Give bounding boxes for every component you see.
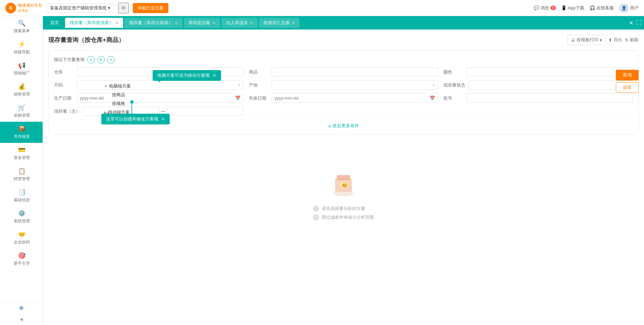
expiry-date-text[interactable] — [275, 96, 429, 101]
sidebar-item-search-menu[interactable]: 🔍 搜索菜单 — [0, 16, 43, 37]
tab-bar-actions: ✕ ⛶ — [629, 20, 641, 26]
settings-bottom-icon: ⚙️ — [19, 306, 24, 310]
scheme-tooltip-2-close[interactable]: ✕ — [161, 116, 165, 122]
tab-close-1[interactable]: ✕ — [115, 21, 118, 25]
filter-back-btn[interactable]: « — [107, 56, 115, 63]
settings-btn[interactable]: ⚙ — [118, 3, 129, 13]
template-print-btn[interactable]: 🖨 按模板打印 ▾ — [567, 35, 606, 45]
sidebar-item-finance[interactable]: 💳 资金管理 — [0, 143, 43, 164]
calendar-icon-2: 📅 — [430, 96, 435, 101]
collapse-btn-inner[interactable]: ∧ 收起更多条件 — [328, 123, 359, 129]
online-service-btn[interactable]: 🎧 在线客服 — [590, 5, 614, 11]
empty-step-2: 2 用过滤条件来缩小分析范围 — [313, 214, 374, 220]
tree-child-1: 按商品 — [101, 91, 155, 99]
step-num-2: 2 — [313, 214, 319, 220]
batch-label: 批号 — [443, 95, 464, 101]
color-label: 颜色 — [443, 69, 464, 75]
tab-close-2[interactable]: ✕ — [175, 21, 178, 25]
page-header: 现存量查询（按仓库+商品） 🖨 按模板打印 ▾ ⬆ 导出 ↻ — [48, 35, 639, 45]
tab-batch-account[interactable]: 库存批次账 ✕ — [184, 18, 220, 28]
filter-add-btn[interactable]: + — [87, 56, 95, 63]
template-dropdown-icon: ▾ — [600, 38, 602, 43]
sidebar-item-enterprise[interactable]: 🤝 企业协同 — [0, 227, 43, 249]
tree-arrow-desktop: ▼ — [104, 84, 108, 88]
search-icon: 🔍 — [18, 19, 25, 27]
sidebar-item-basic-info[interactable]: 📑 基础信息 — [0, 185, 43, 206]
scheme-tooltip-1-close[interactable]: ✕ — [212, 73, 216, 78]
stock-qty-max[interactable] — [167, 107, 244, 116]
stock-status-select[interactable]: ▾ — [468, 80, 633, 90]
sidebar-label-search-menu: 搜索菜单 — [14, 28, 30, 34]
user-area[interactable]: 👤 用户 — [619, 3, 639, 13]
sidebar-item-purchase[interactable]: 🛒 采购管理 — [0, 101, 43, 122]
tab-label-2: 现存量（库存分布表） — [129, 20, 173, 26]
scheme-tooltip-1-container: 电脑方案可设为移动方案哦 ✕ — [153, 70, 221, 84]
tree-item-by-goods[interactable]: 按商品 — [109, 91, 155, 99]
tab-fullscreen-btn[interactable]: ⛶ — [636, 20, 641, 26]
logo-text: 畅捷通好生意 标准版 — [18, 3, 42, 13]
tab-inout-flow[interactable]: 出入库流水 ✕ — [221, 18, 258, 28]
industry-btn[interactable]: 体验行业方案 — [133, 3, 168, 13]
warehouse-label: 仓库 — [54, 69, 74, 75]
template-print-label: 按模板打印 — [577, 37, 598, 43]
tab-inventory-dist[interactable]: 现存量（库存分布表） ✕ — [124, 18, 182, 28]
origin-arrow-icon: ▾ — [433, 83, 435, 88]
sidebar-item-guide[interactable]: 🎯 新手引导 — [0, 249, 43, 270]
tab-label-5: 收发存汇总表 — [264, 20, 290, 26]
sidebar-settings-btn[interactable]: ⚙️ — [0, 302, 43, 314]
origin-select[interactable]: ▾ — [272, 80, 438, 90]
filter-header: 按以下方案查询 + ↻ « — [54, 56, 633, 63]
refresh-btn[interactable]: ↻ 刷新 — [625, 37, 639, 43]
search-btn-area: 查询 设置 — [616, 70, 639, 93]
tab-inventory-status[interactable]: 现存量（库存状况表） ✕ — [65, 18, 123, 28]
search-btn[interactable]: 查询 — [616, 70, 639, 80]
tab-close-5[interactable]: ✕ — [292, 21, 295, 25]
sidebar-item-marketing[interactable]: 📢 营销推广 — [0, 58, 43, 79]
color-select[interactable]: ▾ — [466, 67, 633, 76]
tab-close-all-btn[interactable]: ✕ — [629, 20, 633, 26]
setting-btn[interactable]: 设置 — [616, 83, 639, 93]
sidebar-label-purchase: 采购管理 — [14, 113, 30, 118]
purchase-icon: 🛒 — [18, 104, 25, 111]
sidebar-item-quick-nav[interactable]: ⚡ 快捷导航 — [0, 37, 43, 58]
enterprise-icon: 🤝 — [18, 231, 25, 238]
top-bar-left: 6 畅捷通好生意 标准版 装备及固定资产辅助管理系统 ▾ ⚙ 体验行业方案 — [5, 3, 168, 13]
filter-area: 按以下方案查询 + ↻ « 电脑方案可设为移动方案哦 ✕ — [48, 50, 639, 134]
sidebar-label-sys-mgmt: 系统管理 — [14, 218, 30, 224]
size-label: 尺码 — [54, 82, 74, 88]
expiry-date-input[interactable]: 📅 — [272, 94, 438, 103]
tab-home[interactable]: 首页 — [46, 18, 64, 28]
message-label: 消息 — [540, 5, 549, 11]
batch-input[interactable] — [466, 94, 633, 103]
scheme-tooltip-1-text: 电脑方案可设为移动方案哦 — [157, 72, 210, 78]
sidebar-item-sales[interactable]: 💰 销售管理 — [0, 79, 43, 101]
svg-rect-2 — [337, 175, 350, 180]
step-num-1: 1 — [313, 206, 319, 212]
tab-summary[interactable]: 收发存汇总表 ✕ — [259, 18, 300, 28]
message-btn[interactable]: 💬 消息 8 — [534, 5, 556, 11]
filter-batch: 批号 — [443, 94, 633, 103]
tree-item-desktop[interactable]: ▼ 电脑端方案 — [101, 82, 155, 91]
quick-nav-icon: ⚡ — [18, 41, 25, 48]
filter-origin: 产地 ▾ — [249, 80, 438, 90]
message-badge: 8 — [550, 6, 556, 10]
app-download-btn[interactable]: 📱 App下载 — [561, 5, 584, 11]
phone-icon: 📱 — [561, 5, 567, 10]
tab-close-3[interactable]: ✕ — [212, 21, 215, 25]
headset-icon: 🎧 — [590, 5, 595, 10]
logo-area: 6 畅捷通好生意 标准版 — [5, 3, 42, 13]
sidebar-collapse-btn[interactable]: ◀ — [0, 314, 43, 325]
system-selector[interactable]: 装备及固定资产辅助管理系统 ▾ — [46, 3, 114, 13]
logo-badge: 标准版 — [18, 8, 42, 13]
export-btn[interactable]: ⬆ 导出 — [608, 37, 622, 43]
basic-info-icon: 📑 — [18, 188, 25, 196]
sidebar-bottom: ⚙️ ◀ — [0, 302, 43, 325]
sidebar-item-inventory[interactable]: 📦 库存核算 — [0, 122, 43, 143]
tab-close-4[interactable]: ✕ — [250, 21, 253, 25]
sidebar-item-operation[interactable]: 📋 经营管理 — [0, 164, 43, 185]
collapse-up-icon: ∧ — [328, 123, 331, 128]
sidebar-item-sys-mgmt[interactable]: ⚙️ 系统管理 — [0, 206, 43, 227]
filter-cycle-btn[interactable]: ↻ — [97, 56, 105, 63]
goods-select[interactable]: ··· — [272, 67, 438, 76]
tree-item-by-spec[interactable]: 按规格 — [109, 99, 155, 108]
